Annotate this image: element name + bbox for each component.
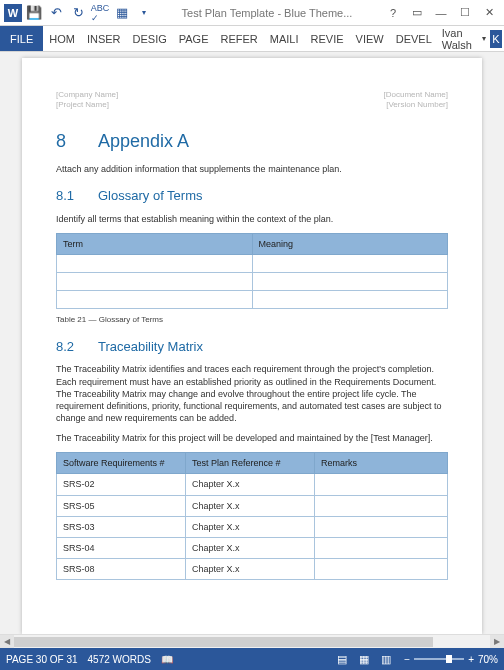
- table-row: [57, 291, 448, 309]
- heading-2-num: 8.1: [56, 187, 98, 205]
- traceability-table: Software Requirements # Test Plan Refere…: [56, 452, 448, 580]
- scroll-right-arrow[interactable]: ▶: [490, 635, 504, 649]
- glossary-col-term: Term: [57, 233, 253, 254]
- zoom-out-icon[interactable]: −: [404, 654, 410, 665]
- trace-col-srs: Software Requirements #: [57, 453, 186, 474]
- page-header: [Company Name] [Project Name] [Document …: [56, 90, 448, 111]
- glossary-table: Term Meaning: [56, 233, 448, 309]
- ribbon-tabs: FILE HOM INSER DESIG PAGE REFER MAILI RE…: [0, 26, 504, 52]
- header-company: [Company Name]: [56, 90, 118, 100]
- table-row: SRS-02Chapter X.x: [57, 474, 448, 495]
- table-row: SRS-08Chapter X.x: [57, 558, 448, 579]
- tab-view[interactable]: VIEW: [350, 26, 390, 51]
- tab-home[interactable]: HOM: [43, 26, 81, 51]
- insert-icon[interactable]: ▦: [114, 5, 130, 21]
- save-icon[interactable]: 💾: [26, 5, 42, 21]
- quick-access-toolbar: 💾 ↶ ↻ ABC✓ ▦ ▾: [26, 5, 152, 21]
- tab-developer[interactable]: DEVEL: [390, 26, 438, 51]
- tab-insert[interactable]: INSER: [81, 26, 127, 51]
- maximize-icon[interactable]: ☐: [454, 4, 476, 22]
- document-area: [Company Name] [Project Name] [Document …: [0, 52, 504, 648]
- chevron-down-icon: ▾: [482, 34, 486, 43]
- word-app-icon[interactable]: W: [4, 4, 22, 22]
- spellcheck-icon[interactable]: ABC✓: [92, 5, 108, 21]
- web-layout-icon[interactable]: ▥: [378, 652, 394, 666]
- titlebar: W 💾 ↶ ↻ ABC✓ ▦ ▾ Test Plan Template - Bl…: [0, 0, 504, 26]
- header-version: [Version Number]: [384, 100, 448, 110]
- heading-1-title: Appendix A: [98, 131, 189, 151]
- zoom-track[interactable]: [414, 658, 464, 660]
- heading-1: 8Appendix A: [56, 129, 448, 153]
- trace-col-remarks: Remarks: [315, 453, 448, 474]
- scroll-thumb[interactable]: [14, 637, 433, 647]
- redo-icon[interactable]: ↻: [70, 5, 86, 21]
- tab-mailings[interactable]: MAILI: [264, 26, 305, 51]
- traceability-p2: The Traceability Matrix for this project…: [56, 432, 448, 444]
- table-row: [57, 255, 448, 273]
- header-docname: [Document Name]: [384, 90, 448, 100]
- read-mode-icon[interactable]: ▤: [334, 652, 350, 666]
- heading-2-num: 8.2: [56, 338, 98, 356]
- traceability-p1: The Traceability Matrix identifies and t…: [56, 363, 448, 424]
- status-page[interactable]: PAGE 30 OF 31: [6, 654, 78, 665]
- tab-file[interactable]: FILE: [0, 26, 43, 51]
- heading-2-traceability: 8.2Traceability Matrix: [56, 338, 448, 356]
- tab-review[interactable]: REVIE: [305, 26, 350, 51]
- glossary-col-meaning: Meaning: [252, 233, 448, 254]
- status-words[interactable]: 4572 WORDS: [88, 654, 151, 665]
- heading-1-num: 8: [56, 129, 98, 153]
- proofing-icon[interactable]: 📖: [161, 654, 173, 665]
- trace-col-ref: Test Plan Reference #: [186, 453, 315, 474]
- tab-page-layout[interactable]: PAGE: [173, 26, 215, 51]
- undo-icon[interactable]: ↶: [48, 5, 64, 21]
- window-controls: ? ▭ — ☐ ✕: [382, 4, 500, 22]
- heading-2-title: Glossary of Terms: [98, 188, 203, 203]
- heading-2-title: Traceability Matrix: [98, 339, 203, 354]
- ribbon-display-icon[interactable]: ▭: [406, 4, 428, 22]
- status-bar: PAGE 30 OF 31 4572 WORDS 📖 ▤ ▦ ▥ − + 70%: [0, 648, 504, 670]
- print-layout-icon[interactable]: ▦: [356, 652, 372, 666]
- close-icon[interactable]: ✕: [478, 4, 500, 22]
- qat-dropdown-icon[interactable]: ▾: [136, 5, 152, 21]
- help-icon[interactable]: ?: [382, 4, 404, 22]
- zoom-slider[interactable]: − + 70%: [404, 654, 498, 665]
- user-account[interactable]: Ivan Walsh ▾ K: [438, 26, 504, 51]
- table-row: SRS-04Chapter X.x: [57, 537, 448, 558]
- glossary-intro: Identify all terms that establish meanin…: [56, 213, 448, 225]
- minimize-icon[interactable]: —: [430, 4, 452, 22]
- view-switcher: ▤ ▦ ▥: [334, 652, 394, 666]
- zoom-in-icon[interactable]: +: [468, 654, 474, 665]
- section-intro: Attach any addition information that sup…: [56, 163, 448, 175]
- table-row: SRS-03Chapter X.x: [57, 516, 448, 537]
- table-row: SRS-05Chapter X.x: [57, 495, 448, 516]
- table-row: [57, 273, 448, 291]
- document-scroll[interactable]: [Company Name] [Project Name] [Document …: [0, 52, 504, 634]
- zoom-level[interactable]: 70%: [478, 654, 498, 665]
- window-title: Test Plan Template - Blue Theme...: [152, 7, 382, 19]
- horizontal-scrollbar[interactable]: ◀ ▶: [0, 634, 504, 648]
- header-project: [Project Name]: [56, 100, 118, 110]
- glossary-caption: Table 21 — Glossary of Terms: [56, 315, 448, 326]
- zoom-thumb[interactable]: [446, 655, 452, 663]
- tab-references[interactable]: REFER: [215, 26, 264, 51]
- heading-2-glossary: 8.1Glossary of Terms: [56, 187, 448, 205]
- scroll-track[interactable]: [14, 635, 490, 649]
- document-page[interactable]: [Company Name] [Project Name] [Document …: [22, 58, 482, 634]
- user-name: Ivan Walsh: [442, 27, 478, 51]
- tab-design[interactable]: DESIG: [127, 26, 173, 51]
- user-avatar: K: [490, 30, 502, 48]
- scroll-left-arrow[interactable]: ◀: [0, 635, 14, 649]
